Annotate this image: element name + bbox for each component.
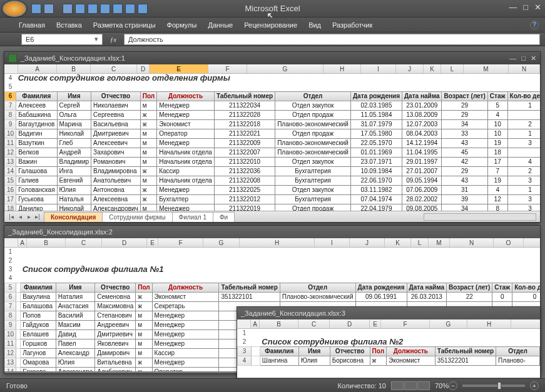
cell[interactable]: 10.09.1984 [350, 167, 402, 176]
cell[interactable]: Лагунов [21, 349, 56, 358]
cell[interactable]: Егорова [21, 368, 56, 372]
cell[interactable]: Менеджер [157, 139, 215, 148]
cell[interactable]: 09.08.2005 [402, 204, 442, 211]
col-header[interactable]: O [494, 238, 524, 247]
cell[interactable]: 211322036 [214, 167, 275, 176]
row-header[interactable]: 9 [5, 321, 16, 330]
cell[interactable] [16, 274, 540, 283]
col-header[interactable]: K [424, 64, 441, 73]
cell[interactable]: 39 [442, 195, 487, 204]
qat-icon[interactable] [113, 4, 123, 14]
row-header[interactable]: 7 [5, 101, 16, 111]
cell[interactable]: 3 [507, 176, 540, 186]
cell[interactable] [16, 293, 21, 302]
cell[interactable]: Александр [56, 349, 95, 358]
table-header[interactable]: Кол-во детей [507, 92, 540, 101]
close-button[interactable]: ✕ [534, 3, 541, 12]
row-header[interactable]: 2 [238, 338, 252, 347]
cell[interactable]: м [140, 204, 156, 211]
cell[interactable]: Васильевна [91, 120, 141, 129]
qat-icon[interactable] [75, 4, 85, 14]
row-header[interactable]: 17 [5, 195, 16, 204]
cell[interactable] [16, 321, 21, 330]
cell[interactable]: Менеджер [152, 358, 219, 368]
cell[interactable] [16, 311, 21, 321]
cell[interactable]: Максим [56, 321, 95, 330]
row-header[interactable]: 3 [238, 347, 252, 356]
cell[interactable]: 7 [487, 167, 507, 176]
cell[interactable]: 211322008 [214, 176, 275, 186]
cell[interactable]: 23.01.2009 [402, 101, 442, 111]
cell[interactable]: Евгений [57, 176, 91, 186]
cell[interactable]: 42 [442, 158, 487, 167]
col-header[interactable]: G [247, 64, 323, 73]
cell[interactable]: Юлия [57, 186, 91, 195]
cell[interactable]: 34 [442, 120, 487, 129]
col-header[interactable]: H [240, 238, 315, 247]
cell[interactable]: Гуськова [16, 195, 57, 204]
cell[interactable]: 34 [442, 204, 487, 211]
cell[interactable]: Бухгалтер [157, 195, 215, 204]
cell[interactable]: 43 [442, 139, 487, 148]
cell[interactable]: ж [140, 111, 156, 120]
select-all-corner[interactable] [4, 238, 18, 247]
qat-save-icon[interactable] [31, 4, 41, 14]
cell[interactable]: Бухгалтерия [275, 195, 351, 204]
cell[interactable]: Дмитриевич [95, 330, 136, 339]
col-header[interactable]: C [298, 319, 330, 328]
cell[interactable] [16, 339, 21, 349]
cell[interactable]: 1 [507, 129, 540, 139]
cell[interactable]: Гайдуков [21, 321, 56, 330]
name-box[interactable]: E6 ▾ [21, 34, 103, 45]
cell[interactable]: 22.04.1979 [350, 204, 402, 211]
cell[interactable]: Антоновна [91, 186, 141, 195]
cell[interactable]: Отдел продаж [275, 129, 351, 139]
cell[interactable]: Николай [57, 204, 91, 211]
qat-icon[interactable] [125, 4, 135, 14]
qat-icon[interactable] [100, 4, 110, 14]
col-header[interactable]: B [27, 238, 66, 247]
col-header[interactable]: G [430, 319, 467, 328]
cell[interactable]: ж [140, 195, 156, 204]
cell[interactable]: 31.07.1979 [350, 120, 402, 129]
zoom-out-button[interactable]: − [449, 381, 457, 390]
cell[interactable]: Менеджер [152, 311, 219, 321]
cell[interactable]: 4 [487, 186, 507, 195]
table-header[interactable]: Должность [157, 92, 215, 101]
table-header[interactable]: Имя [57, 92, 91, 101]
cell[interactable]: Менеджер [157, 204, 215, 211]
cell[interactable]: Витальевна [95, 358, 136, 368]
row-header[interactable]: 2 [5, 256, 16, 265]
table-header[interactable]: Фамилия [16, 92, 57, 101]
table-header[interactable]: Возраст (лет) [442, 92, 487, 101]
cell[interactable]: ж [136, 368, 152, 372]
cell[interactable]: Захарович [91, 148, 141, 158]
row-header[interactable]: 15 [5, 176, 16, 186]
cell[interactable]: 11.04.1995 [402, 148, 442, 158]
cell[interactable]: Начальник отдела [157, 176, 215, 186]
row-header[interactable]: 5 [5, 283, 16, 293]
cell[interactable]: 19 [487, 139, 507, 148]
cell[interactable]: Сергей [57, 101, 91, 111]
cell[interactable]: Вагаутдинов [16, 120, 57, 129]
fx-icon[interactable]: ƒx [103, 36, 124, 43]
column-headers[interactable]: A B C D E F G H I J K L M N O [4, 238, 540, 248]
cell[interactable] [16, 349, 21, 358]
cell[interactable]: Марина [57, 120, 91, 129]
cell[interactable]: 2 [507, 120, 540, 129]
view-pagebreak-button[interactable] [417, 381, 430, 390]
cell[interactable] [16, 330, 21, 339]
sheet-tab[interactable]: Сотрудники фирмы [102, 212, 172, 222]
cell[interactable]: 08.04.2003 [402, 129, 442, 139]
cell[interactable]: 07.06.2009 [402, 186, 442, 195]
cell[interactable]: м [140, 158, 156, 167]
table-header[interactable]: Дата найма [402, 92, 442, 101]
cell[interactable]: Планово-экономический [280, 293, 355, 302]
qat-undo-icon[interactable] [44, 4, 54, 14]
col-header[interactable]: A [18, 64, 57, 73]
cell[interactable]: 211322028 [214, 111, 275, 120]
col-header[interactable]: L [411, 238, 429, 247]
cell[interactable]: 8 [487, 204, 507, 211]
cell[interactable]: Отдел продаж [275, 204, 351, 211]
cell[interactable]: 23.07.1971 [350, 158, 402, 167]
